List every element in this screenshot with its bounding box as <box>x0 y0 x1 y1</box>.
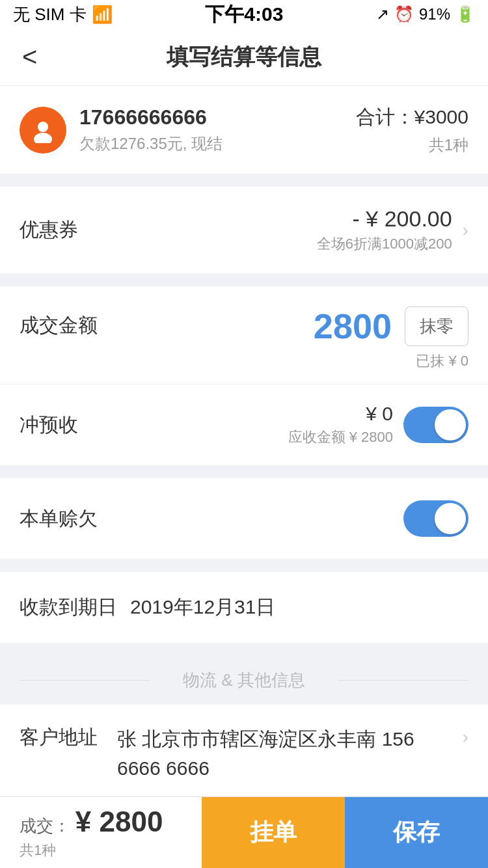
total-label: 合计： <box>356 106 414 128</box>
suspend-button[interactable]: 挂单 <box>202 797 345 869</box>
advance-amount: ¥ 0 <box>288 403 393 425</box>
svg-point-1 <box>34 133 52 143</box>
duedate-value: 2019年12月31日 <box>130 594 275 621</box>
divider-line-right <box>338 680 468 681</box>
customer-info: 17666666666 欠款1276.35元, 现结 <box>79 105 223 154</box>
advance-row: 冲预收 ¥ 0 应收金额 ¥ 2800 <box>0 384 488 465</box>
coupon-card[interactable]: 优惠券 - ¥ 200.00 全场6折满1000减200 › <box>0 187 488 273</box>
location-icon: ↗ <box>376 5 389 23</box>
logistics-text: 物流 & 其他信息 <box>183 669 305 692</box>
customer-debt: 欠款1276.35元, 现结 <box>79 133 223 154</box>
customer-left: 17666666666 欠款1276.35元, 现结 <box>20 105 223 154</box>
status-bar: 无 SIM 卡 📶 下午4:03 ↗ ⏰ 91% 🔋 <box>0 0 488 29</box>
bottom-amount: ¥ 2800 <box>75 806 163 837</box>
sim-status: 无 SIM 卡 <box>13 3 87 26</box>
coupon-discount: - ¥ 200.00 全场6折满1000减200 <box>317 206 452 254</box>
advance-receivable: 应收金额 ¥ 2800 <box>288 427 393 447</box>
nav-bar: < 填写结算等信息 <box>0 29 488 86</box>
bottom-deal-label: 成交： <box>20 816 70 835</box>
main-content: 17666666666 欠款1276.35元, 现结 合计：¥3000 共1种 … <box>0 86 488 868</box>
total-amount: 合计：¥3000 <box>356 104 468 131</box>
transaction-right: 2800 抹零 <box>314 306 468 346</box>
advance-amount-block: ¥ 0 应收金额 ¥ 2800 <box>288 403 393 447</box>
customer-card: 17666666666 欠款1276.35元, 现结 合计：¥3000 共1种 <box>0 86 488 174</box>
transaction-label: 成交金额 <box>20 306 98 339</box>
svg-point-0 <box>38 122 48 132</box>
address-chevron-icon: › <box>463 727 468 748</box>
status-time: 下午4:03 <box>205 1 283 28</box>
customer-total: 合计：¥3000 共1种 <box>356 104 468 156</box>
advance-toggle[interactable] <box>403 407 468 443</box>
coupon-label: 优惠券 <box>20 217 78 243</box>
status-left: 无 SIM 卡 📶 <box>13 3 113 26</box>
debit-toggle[interactable] <box>403 500 468 537</box>
battery-text: 91% <box>419 5 450 23</box>
erased-label: 已抹 ¥ 0 <box>0 346 488 384</box>
debit-label: 本单赊欠 <box>20 506 98 532</box>
address-label: 客户地址 <box>20 724 98 751</box>
transaction-amount: 2800 <box>314 306 392 346</box>
transaction-row: 成交金额 2800 抹零 <box>0 286 488 346</box>
coupon-chevron-icon: › <box>463 220 468 241</box>
duedate-label: 收款到期日 <box>20 594 117 621</box>
alarm-icon: ⏰ <box>394 5 414 23</box>
avatar <box>20 107 66 154</box>
advance-label: 冲预收 <box>20 412 78 439</box>
wifi-icon: 📶 <box>92 5 113 25</box>
bottom-summary: 成交： ¥ 2800 共1种 <box>0 806 202 860</box>
address-value: 张 北京市市辖区海淀区永丰南 156 6666 6666 <box>117 724 456 783</box>
transaction-card: 成交金额 2800 抹零 已抹 ¥ 0 冲预收 ¥ 0 应收金额 ¥ 2800 <box>0 286 488 465</box>
save-button[interactable]: 保存 <box>345 797 488 869</box>
battery-icon: 🔋 <box>455 5 475 23</box>
debit-toggle-knob <box>435 503 466 534</box>
back-button[interactable]: < <box>16 36 44 78</box>
coupon-desc: 全场6折满1000减200 <box>317 234 452 254</box>
round-button[interactable]: 抹零 <box>405 306 468 346</box>
debit-card: 本单赊欠 <box>0 478 488 559</box>
divider-line-left <box>20 680 150 681</box>
page-title: 填写结算等信息 <box>167 42 321 72</box>
bottom-count: 共1种 <box>20 841 182 860</box>
bottom-bar: 成交： ¥ 2800 共1种 挂单 保存 <box>0 796 488 868</box>
logistics-divider: 物流 & 其他信息 <box>0 656 488 705</box>
address-card[interactable]: 客户地址 张 北京市市辖区海淀区永丰南 156 6666 6666 › <box>0 705 488 802</box>
status-right: ↗ ⏰ 91% 🔋 <box>376 5 475 23</box>
toggle-knob <box>435 409 466 441</box>
advance-right: ¥ 0 应收金额 ¥ 2800 <box>288 403 468 447</box>
total-amount-value: ¥3000 <box>414 106 468 128</box>
coupon-amount: - ¥ 200.00 <box>317 206 452 232</box>
coupon-right: - ¥ 200.00 全场6折满1000减200 › <box>317 206 468 254</box>
duedate-card: 收款到期日 2019年12月31日 <box>0 572 488 643</box>
total-count: 共1种 <box>356 135 468 156</box>
bottom-deal-row: 成交： ¥ 2800 <box>20 806 182 838</box>
customer-phone: 17666666666 <box>79 105 223 129</box>
